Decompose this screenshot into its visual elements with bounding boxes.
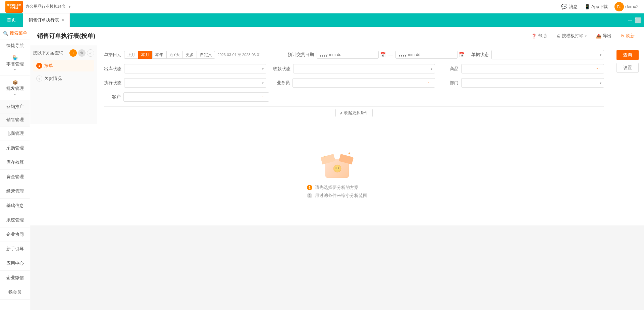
main-layout: 🔍 搜索菜单 快捷导航 🏪 零售管理 ▼ 📦 批发管理 ▲ 营销推广 销售管理 … [0, 27, 644, 310]
maximize-icon[interactable]: ⬜ [635, 17, 641, 23]
date-tab-thismonth[interactable]: 本月 [138, 51, 152, 59]
sidebar-item-system[interactable]: 系统管理 [0, 213, 30, 227]
date-tab-7days[interactable]: 近7天 [166, 51, 183, 59]
customer-input-wrap[interactable]: ··· [123, 92, 269, 102]
goods-input-wrap[interactable]: ··· [461, 64, 604, 73]
cal-icon-from[interactable]: 📅 [380, 52, 386, 57]
export-icon: 📤 [596, 34, 601, 39]
expand-icon: ▼ [13, 68, 17, 71]
status-select[interactable] [491, 50, 604, 59]
sidebar-item-retail[interactable]: 🏪 零售管理 ▼ [0, 51, 30, 76]
sidebar-item-guide[interactable]: 新手引导 [0, 242, 30, 256]
filter-right: 单据日期 上月 本月 本年 近7天 更多 自定义 2023-03-01 至 20… [97, 45, 611, 124]
sidebar-item-apps[interactable]: 应用中心 [0, 256, 30, 271]
box-face-icon: 😐 [333, 164, 342, 173]
tab-home[interactable]: 首页 [0, 13, 23, 27]
scheme-item-backorder[interactable]: ○ 欠货情况 [33, 73, 94, 84]
customer-label: 客户 [104, 94, 121, 100]
ship-select[interactable] [124, 64, 266, 73]
ship-label: 出库状态 [104, 66, 121, 72]
dropdown-icon[interactable]: ▾ [68, 4, 71, 9]
sidebar-item-operation[interactable]: 经营管理 [0, 184, 30, 199]
sidebar-item-wholesale[interactable]: 📦 批发管理 ▲ [0, 76, 30, 100]
message-btn[interactable]: 💬 消息 [561, 4, 578, 10]
filter-left-actions: + ✎ « [69, 49, 94, 57]
date-tab-more[interactable]: 更多 [183, 51, 197, 59]
sidebar-item-marketing[interactable]: 营销推广 [0, 100, 30, 113]
sidebar-item-member[interactable]: 畅会员 [0, 285, 30, 300]
sidebar-item-wechat[interactable]: 企业微信 [0, 271, 30, 285]
cal-icon-to[interactable]: 📅 [459, 52, 465, 57]
filter-group-status: 单据状态 ▾ [471, 50, 604, 59]
tab-close-icon[interactable]: × [62, 18, 64, 22]
sidebar-item-inventory[interactable]: 库存核算 [0, 155, 30, 170]
help-btn[interactable]: ❓ 帮助 [529, 32, 549, 40]
filter-row-3: 执行状态 ▾ 业务员 ··· [104, 78, 604, 88]
exec-select[interactable] [124, 78, 266, 88]
date-tab-thisyear[interactable]: 本年 [152, 51, 166, 59]
dept-label: 部门 [442, 80, 459, 86]
plus-icon: + [72, 51, 74, 56]
download-icon: 📱 [584, 4, 590, 9]
message-icon: 💬 [561, 4, 568, 10]
page-title: 销售订单执行表(按单) [37, 32, 95, 45]
status-label: 单据状态 [471, 52, 489, 58]
app-download-btn[interactable]: 📱 App下载 [584, 4, 608, 10]
tab-sales-exec[interactable]: 销售订单执行表 × [23, 13, 70, 27]
sidebar-item-purchase[interactable]: 采购管理 [0, 141, 30, 155]
collapse-scheme-btn[interactable]: « [87, 49, 94, 57]
empty-state: 😐 ✦ ✦ 1 请先选择要分析的方案 2 用过 [30, 124, 644, 225]
empty-num-2: 2 [307, 193, 312, 198]
collect-select[interactable] [293, 64, 435, 73]
empty-lines: 1 请先选择要分析的方案 2 用过滤条件来缩小分析范围 [307, 185, 367, 199]
retail-icon: 🏪 [12, 55, 18, 60]
sidebar-item-basic-info[interactable]: 基础信息 [0, 199, 30, 213]
expected-date-from-input[interactable] [317, 51, 379, 59]
sidebar-quick-nav[interactable]: 快捷导航 [0, 40, 30, 51]
edit-scheme-btn[interactable]: ✎ [78, 49, 86, 57]
sidebar-item-sales-mgmt[interactable]: 销售管理 [0, 113, 30, 126]
sidebar-item-collab[interactable]: 企业协同 [0, 227, 30, 242]
goods-dots-icon[interactable]: ··· [594, 66, 601, 72]
minimize-icon[interactable]: ─ [628, 17, 632, 23]
topbar: 畅捷通好生意 标准版 办公用品行业模拟账套 ▾ 💬 消息 📱 App下载 Ea … [0, 0, 644, 13]
refresh-btn[interactable]: ↻ 刷新 [618, 32, 637, 40]
empty-illustration: 😐 ✦ ✦ [322, 151, 352, 178]
query-button[interactable]: 查询 [616, 50, 639, 60]
filter-left: 按以下方案查询 + ✎ « ● 按单 [30, 45, 97, 124]
star-icon: ✦ [347, 151, 351, 156]
user-menu[interactable]: Ea demo2 [614, 2, 639, 11]
empty-line-1: 1 请先选择要分析的方案 [307, 185, 367, 191]
collapse-bar: ∧ 收起更多条件 [104, 106, 604, 119]
filter-row-1: 单据日期 上月 本月 本年 近7天 更多 自定义 2023-03-01 至 20… [104, 50, 604, 59]
customer-dots-icon[interactable]: ··· [259, 94, 266, 100]
filter-left-title: 按以下方案查询 + ✎ « [33, 49, 94, 57]
sidebar-item-finance[interactable]: 资金管理 [0, 170, 30, 184]
date-tab-custom[interactable]: 自定义 [197, 51, 215, 59]
date-tab-lastmonth[interactable]: 上月 [124, 51, 138, 59]
sidebar-item-ecommerce[interactable]: 电商管理 [0, 126, 30, 141]
print-btn[interactable]: 🖨 按模板打印 ▾ [553, 32, 589, 40]
sidebar-search[interactable]: 🔍 搜索菜单 [0, 27, 30, 40]
collect-label: 收款状态 [273, 66, 290, 72]
salesman-input-wrap[interactable]: ··· [292, 78, 435, 88]
filter-row-4: 客户 ··· [104, 92, 604, 102]
dept-select-wrap: ▾ [461, 78, 604, 88]
dept-select[interactable] [461, 78, 604, 88]
content-area: 销售订单执行表(按单) ❓ 帮助 🖨 按模板打印 ▾ 📤 导出 ↻ 刷新 [30, 27, 644, 310]
filter-group-customer: 客户 ··· [104, 92, 269, 102]
export-btn[interactable]: 📤 导出 [593, 32, 614, 40]
expected-date-label: 预计交货日期 [288, 52, 314, 58]
set-button[interactable]: 设置 [616, 63, 639, 73]
empty-num-1: 1 [307, 185, 312, 190]
edit-icon: ✎ [80, 51, 84, 56]
salesman-dots-icon[interactable]: ··· [425, 80, 432, 86]
status-select-wrap: ▾ [491, 50, 604, 59]
expected-date-to-input[interactable] [395, 51, 458, 59]
scheme-item-order[interactable]: ● 按单 [33, 60, 94, 71]
search-icon: 🔍 [3, 31, 8, 36]
collapse-btn[interactable]: ∧ 收起更多条件 [335, 109, 373, 117]
expected-date-from: 📅 [317, 51, 386, 59]
add-scheme-btn[interactable]: + [69, 49, 77, 57]
exec-select-wrap: ▾ [124, 78, 266, 88]
